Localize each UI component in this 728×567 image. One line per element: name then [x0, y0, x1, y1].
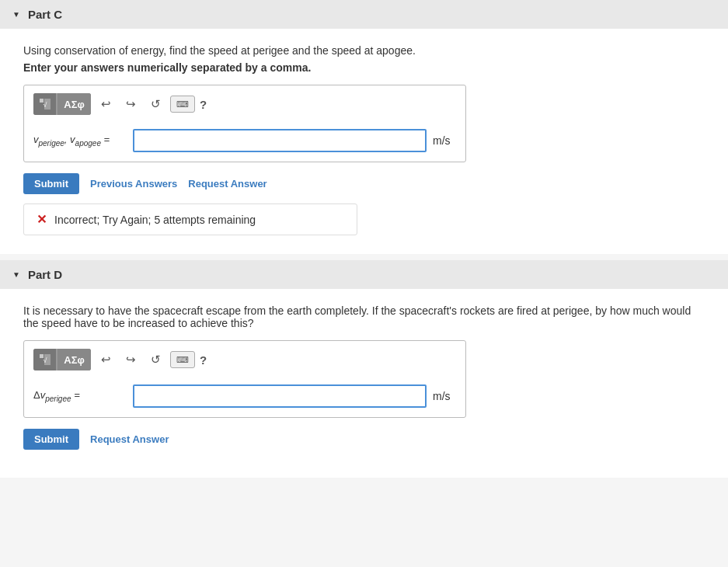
part-c-answer-row: vperigee, vapogee = m/s	[33, 129, 456, 152]
part-c-previous-answers-link[interactable]: Previous Answers	[90, 178, 177, 190]
part-d-answer-label: Δvperigee =	[33, 389, 127, 403]
part-c-toolbar-group: √ ΑΣφ	[33, 93, 91, 115]
part-c-request-answer-link[interactable]: Request Answer	[188, 178, 266, 190]
part-c-header: ▼ Part C	[0, 0, 728, 29]
part-c-question: Using conservation of energy, find the s…	[23, 44, 705, 57]
svg-text:√: √	[43, 357, 47, 364]
part-c-answer-label: vperigee, vapogee =	[33, 134, 127, 148]
part-d-answer-row: Δvperigee = m/s	[33, 384, 456, 408]
part-d-actions: Submit Request Answer	[23, 429, 705, 450]
part-c-answer-input[interactable]	[133, 129, 427, 152]
part-c-chevron[interactable]: ▼	[12, 10, 20, 19]
part-d-submit-button[interactable]: Submit	[23, 429, 79, 450]
part-d-undo-button[interactable]: ↩	[96, 350, 116, 370]
part-c-instruction: Enter your answers numerically separated…	[23, 61, 705, 74]
matrix-icon[interactable]: √	[33, 93, 57, 115]
part-d-toolbar: √ ΑΣφ ↩ ↪ ↺ ⌨ ?	[33, 349, 456, 377]
help-button[interactable]: ?	[200, 98, 207, 111]
part-d-refresh-button[interactable]: ↺	[145, 350, 165, 370]
part-d-alpha-sigma-phi-button[interactable]: ΑΣφ	[57, 349, 91, 370]
keyboard-button[interactable]: ⌨	[170, 96, 195, 113]
svg-text:√: √	[43, 101, 47, 109]
part-d-question: It is necessary to have the spacecraft e…	[23, 304, 705, 329]
part-d-toolbar-group: √ ΑΣφ	[33, 349, 91, 370]
part-d-header: ▼ Part D	[0, 260, 728, 289]
incorrect-icon: ✕	[37, 212, 47, 227]
part-d-chevron[interactable]: ▼	[12, 270, 20, 279]
refresh-button[interactable]: ↺	[145, 94, 165, 114]
part-d-input-box: √ ΑΣφ ↩ ↪ ↺ ⌨ ? Δvperigee = m/s	[23, 340, 466, 418]
alpha-sigma-phi-button[interactable]: ΑΣφ	[57, 93, 91, 115]
part-d-body: It is necessary to have the spacecraft e…	[0, 289, 728, 478]
part-c-actions: Submit Previous Answers Request Answer	[23, 173, 705, 194]
redo-button[interactable]: ↪	[120, 94, 141, 114]
part-d-sub: perigee	[45, 395, 71, 403]
part-c-input-box: √ ΑΣφ ↩ ↪ ↺ ⌨ ? vperigee, vapogee =	[23, 85, 466, 162]
part-d-matrix-icon[interactable]: √	[33, 349, 57, 370]
part-d-keyboard-button[interactable]: ⌨	[170, 351, 195, 368]
part-c-title: Part C	[28, 8, 62, 21]
part-d-redo-button[interactable]: ↪	[120, 350, 141, 370]
part-c-feedback-text: Incorrect; Try Again; 5 attempts remaini…	[54, 214, 256, 226]
part-c-sub1: perigee	[39, 139, 64, 148]
part-c-feedback-box: ✕ Incorrect; Try Again; 5 attempts remai…	[23, 203, 357, 235]
part-c-submit-button[interactable]: Submit	[23, 173, 79, 194]
part-c-section: ▼ Part C Using conservation of energy, f…	[0, 0, 728, 254]
undo-button[interactable]: ↩	[96, 94, 116, 114]
part-d-answer-input[interactable]	[133, 384, 427, 408]
part-d-unit: m/s	[433, 390, 456, 402]
part-c-sub2: apogee	[75, 139, 101, 148]
part-d-help-button[interactable]: ?	[200, 353, 207, 367]
part-d-section: ▼ Part D It is necessary to have the spa…	[0, 260, 728, 478]
part-c-body: Using conservation of energy, find the s…	[0, 29, 728, 254]
part-c-toolbar: √ ΑΣφ ↩ ↪ ↺ ⌨ ?	[33, 93, 456, 121]
part-d-title: Part D	[28, 268, 62, 281]
part-d-request-answer-link[interactable]: Request Answer	[90, 433, 169, 445]
part-c-unit: m/s	[433, 134, 456, 147]
